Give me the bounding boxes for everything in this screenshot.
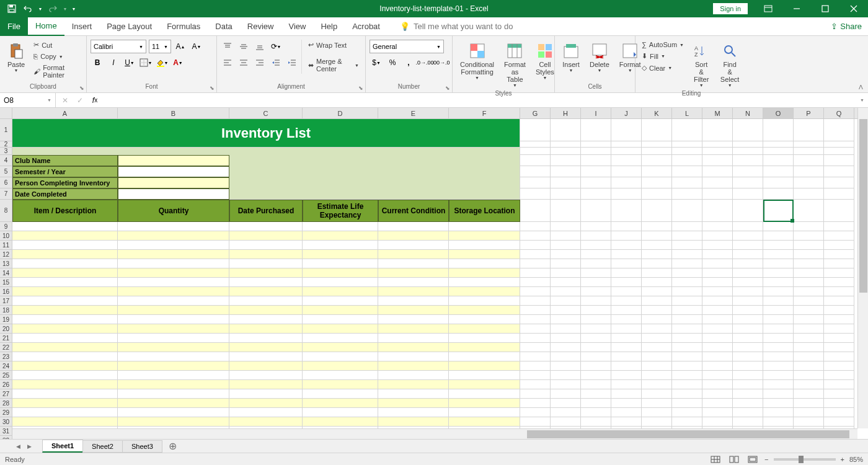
cell-r4-cG[interactable] bbox=[520, 155, 551, 166]
cell-r26-cO[interactable] bbox=[763, 380, 794, 389]
cell-r30-cM[interactable] bbox=[702, 417, 733, 427]
cell-r7-cH[interactable] bbox=[551, 188, 581, 200]
col-header-H[interactable]: H bbox=[551, 108, 581, 118]
cell-r27-cM[interactable] bbox=[702, 389, 733, 399]
cell-r15-cP[interactable] bbox=[794, 278, 824, 287]
col-header-E[interactable]: E bbox=[378, 108, 449, 118]
cell-r13-cN[interactable] bbox=[733, 259, 763, 268]
cell-r30-cP[interactable] bbox=[794, 417, 824, 427]
cell-r12-cK[interactable] bbox=[642, 250, 672, 259]
cell-r28-cJ[interactable] bbox=[611, 399, 642, 408]
cell-r1-cK[interactable] bbox=[642, 119, 672, 141]
cell-r10-cG[interactable] bbox=[520, 231, 551, 241]
cell-r10-cJ[interactable] bbox=[611, 231, 642, 241]
cell-r2-cL[interactable] bbox=[672, 141, 702, 148]
data-cell-r17-c5[interactable] bbox=[449, 296, 520, 306]
data-cell-r21-c0[interactable] bbox=[12, 334, 118, 343]
data-cell-r11-c4[interactable] bbox=[378, 241, 449, 250]
cell-r29-cM[interactable] bbox=[702, 408, 733, 417]
data-cell-r19-c4[interactable] bbox=[378, 315, 449, 324]
redo-icon[interactable] bbox=[46, 2, 60, 16]
data-cell-r25-c3[interactable] bbox=[303, 371, 378, 380]
data-cell-r14-c0[interactable] bbox=[12, 268, 118, 278]
data-cell-r28-c0[interactable] bbox=[12, 399, 118, 408]
zoom-in-icon[interactable]: + bbox=[841, 456, 844, 463]
cell-r5-cJ[interactable] bbox=[611, 166, 642, 177]
cell-r28-cO[interactable] bbox=[763, 399, 794, 408]
cell-r12-cG[interactable] bbox=[520, 250, 551, 259]
row-header-18[interactable]: 18 bbox=[0, 306, 12, 315]
cell-r6-cO[interactable] bbox=[763, 177, 794, 188]
align-middle-icon[interactable] bbox=[237, 40, 250, 53]
cell-r21-cN[interactable] bbox=[733, 334, 763, 343]
row-header-6[interactable]: 6 bbox=[0, 177, 12, 188]
th-date-purchased[interactable]: Date Purchased bbox=[229, 200, 303, 222]
border-button[interactable]: ▼ bbox=[139, 56, 153, 69]
cell-r15-cJ[interactable] bbox=[611, 278, 642, 287]
cell-r5-cM[interactable] bbox=[702, 166, 733, 177]
cell-r16-cP[interactable] bbox=[794, 287, 824, 296]
cell-r6-cM[interactable] bbox=[702, 177, 733, 188]
cell-r22-cO[interactable] bbox=[763, 343, 794, 352]
data-cell-r26-c2[interactable] bbox=[229, 380, 303, 389]
th-item[interactable]: Item / Description bbox=[12, 200, 118, 222]
undo-icon[interactable] bbox=[21, 2, 35, 16]
cell-r2-cP[interactable] bbox=[794, 141, 824, 148]
cell-r26-cJ[interactable] bbox=[611, 380, 642, 389]
cell-r18-cN[interactable] bbox=[733, 306, 763, 315]
cell-r22-cH[interactable] bbox=[551, 343, 581, 352]
tab-data[interactable]: Data bbox=[208, 17, 239, 36]
cell-r7-cI[interactable] bbox=[581, 188, 611, 200]
cell-r1-cO[interactable] bbox=[763, 119, 794, 141]
cell-r21-cP[interactable] bbox=[794, 334, 824, 343]
cell-r17-cK[interactable] bbox=[642, 296, 672, 306]
cell-r14-cJ[interactable] bbox=[611, 268, 642, 278]
insert-cells-button[interactable]: Insert▼ bbox=[559, 40, 583, 75]
cell-r21-cO[interactable] bbox=[763, 334, 794, 343]
data-cell-r19-c1[interactable] bbox=[118, 315, 229, 324]
cell-r25-cQ[interactable] bbox=[824, 371, 854, 380]
cell-r28-cN[interactable] bbox=[733, 399, 763, 408]
cell-r16-cO[interactable] bbox=[763, 287, 794, 296]
data-cell-r21-c4[interactable] bbox=[378, 334, 449, 343]
increase-font-icon[interactable]: A▲ bbox=[174, 40, 187, 53]
cell-r27-cL[interactable] bbox=[672, 389, 702, 399]
data-cell-r16-c2[interactable] bbox=[229, 287, 303, 296]
label-date[interactable]: Date Completed bbox=[12, 188, 118, 200]
cell-r25-cJ[interactable] bbox=[611, 371, 642, 380]
cell-r22-cK[interactable] bbox=[642, 343, 672, 352]
cell-r22-cQ[interactable] bbox=[824, 343, 854, 352]
data-cell-r30-c1[interactable] bbox=[118, 417, 229, 427]
cell-r19-cM[interactable] bbox=[702, 315, 733, 324]
cells-area[interactable]: Inventory ListClub NameSemester / YearPe… bbox=[12, 119, 857, 428]
decrease-font-icon[interactable]: A▼ bbox=[190, 40, 203, 53]
data-cell-r13-c5[interactable] bbox=[449, 259, 520, 268]
data-cell-r30-c3[interactable] bbox=[303, 417, 378, 427]
tab-insert[interactable]: Insert bbox=[64, 17, 100, 36]
data-cell-r11-c1[interactable] bbox=[118, 241, 229, 250]
data-cell-r25-c0[interactable] bbox=[12, 371, 118, 380]
cell-r15-cG[interactable] bbox=[520, 278, 551, 287]
font-color-button[interactable]: A▼ bbox=[171, 56, 185, 69]
row-header-28[interactable]: 28 bbox=[0, 399, 12, 408]
cell-r2-cO[interactable] bbox=[763, 141, 794, 148]
cell-r11-cL[interactable] bbox=[672, 241, 702, 250]
cell-r3-cO[interactable] bbox=[763, 148, 794, 155]
cut-button[interactable]: ✂Cut bbox=[31, 40, 82, 50]
cell-r24-cO[interactable] bbox=[763, 361, 794, 371]
cell-r8-cN[interactable] bbox=[733, 200, 763, 222]
cell-r3-cL[interactable] bbox=[672, 148, 702, 155]
value-date[interactable] bbox=[118, 188, 229, 200]
cell-r3-cQ[interactable] bbox=[824, 148, 854, 155]
cell-r7-cG[interactable] bbox=[520, 188, 551, 200]
cell-r15-cI[interactable] bbox=[581, 278, 611, 287]
cell-r13-cJ[interactable] bbox=[611, 259, 642, 268]
cell-r26-cM[interactable] bbox=[702, 380, 733, 389]
cell-r13-cG[interactable] bbox=[520, 259, 551, 268]
data-cell-r12-c0[interactable] bbox=[12, 250, 118, 259]
cell-r23-cJ[interactable] bbox=[611, 352, 642, 361]
cell-r8-cH[interactable] bbox=[551, 200, 581, 222]
data-cell-r14-c3[interactable] bbox=[303, 268, 378, 278]
th-location[interactable]: Storage Location bbox=[449, 200, 520, 222]
cell-r12-cM[interactable] bbox=[702, 250, 733, 259]
